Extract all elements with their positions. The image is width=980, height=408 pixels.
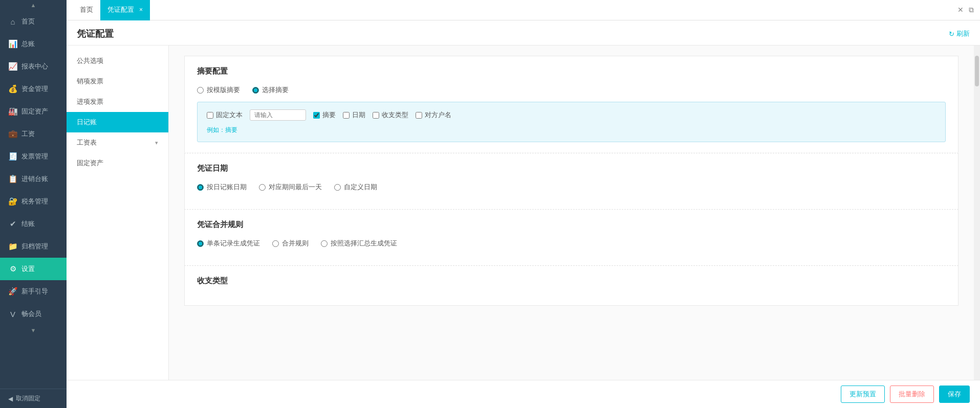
nav-item-purchase-invoice[interactable]: 进项发票 (67, 92, 168, 112)
chevron-down-icon: ▾ (155, 140, 158, 146)
checkbox-income-type[interactable]: 收支类型 (373, 110, 408, 120)
left-nav: 公共选项 销项发票 进项发票 日记账 工资表 ▾ 固定资产 (67, 46, 169, 380)
scrollbar-track[interactable] (974, 46, 980, 380)
summary-radio-group: 按模版摘要 选择摘要 (197, 85, 946, 95)
sidebar-item-invoice[interactable]: 🧾 发票管理 (0, 145, 67, 168)
sidebar: ▲ ⌂ 首页 📊 总账 📈 报表中心 💰 资金管理 🏭 固定资产 💼 工资 🧾 … (0, 0, 67, 408)
voucher-date-section-title: 凭证日期 (197, 164, 946, 173)
sidebar-item-archive[interactable]: 📁 归档管理 (0, 235, 67, 258)
summary-section-title: 摘要配置 (197, 66, 946, 76)
tab-voucher[interactable]: 凭证配置 × (100, 0, 150, 20)
tax-icon: 🔐 (8, 197, 17, 206)
sidebar-item-ledger[interactable]: 📊 总账 (0, 33, 67, 55)
radio-select-summary[interactable]: 选择摘要 (252, 85, 289, 95)
sidebar-scroll-down[interactable]: ▼ (0, 325, 67, 335)
section-merge-rule: 凭证合并规则 单条记录生成凭证 合并规则 (184, 209, 959, 265)
sidebar-item-checkout[interactable]: ✔ 结账 (0, 213, 67, 235)
radio-diary-date[interactable]: 按日记账日期 (197, 183, 247, 192)
checkbox-summary[interactable]: 摘要 (313, 110, 336, 120)
nav-item-diary[interactable]: 日记账 (67, 112, 168, 132)
nav-item-public[interactable]: 公共选项 (67, 51, 168, 71)
sidebar-item-home[interactable]: ⌂ 首页 (0, 10, 67, 33)
update-preview-button[interactable]: 更新预置 (841, 386, 885, 403)
page-title: 凭证配置 (77, 28, 114, 40)
summary-options-box: 固定文本 摘要 日期 (197, 102, 946, 142)
purchasesales-icon: 📋 (8, 174, 17, 184)
nav-item-fixed-assets[interactable]: 固定资产 (67, 153, 168, 173)
tab-home[interactable]: 首页 (73, 0, 100, 20)
summary-example: 例如：摘要 (207, 126, 936, 134)
sidebar-item-guide[interactable]: 🚀 新手引导 (0, 280, 67, 303)
radio-single-record[interactable]: 单条记录生成凭证 (197, 239, 260, 248)
funds-icon: 💰 (8, 84, 17, 94)
sidebar-item-assets[interactable]: 🏭 固定资产 (0, 100, 67, 123)
main-area: 首页 凭证配置 × ✕ ⧉ 凭证配置 ↻ 刷新 公共选项 (67, 0, 980, 408)
right-content: 摘要配置 按模版摘要 选择摘要 (169, 46, 974, 380)
radio-merge-rule[interactable]: 合并规则 (272, 239, 309, 248)
nav-item-payroll[interactable]: 工资表 ▾ (67, 132, 168, 153)
sidebar-unfix-button[interactable]: ◀ 取消固定 (0, 389, 67, 408)
refresh-icon: ↻ (949, 30, 954, 38)
reports-icon: 📈 (8, 62, 17, 71)
checkbox-counterpart-name[interactable]: 对方户名 (416, 110, 451, 120)
window-controls: ✕ ⧉ (957, 6, 974, 14)
voucher-date-radio-group: 按日记账日期 对应期间最后一天 自定义日期 (197, 183, 946, 192)
home-icon: ⌂ (8, 17, 17, 26)
body-layout: 公共选项 销项发票 进项发票 日记账 工资表 ▾ 固定资产 (67, 46, 980, 380)
radio-due-last-day[interactable]: 对应期间最后一天 (259, 183, 322, 192)
radio-custom-date[interactable]: 自定义日期 (334, 183, 377, 192)
checkout-icon: ✔ (8, 219, 17, 229)
sidebar-item-settings[interactable]: ⚙ 设置 (0, 258, 67, 280)
radio-select-total[interactable]: 按照选择汇总生成凭证 (321, 239, 397, 248)
member-icon: V (8, 310, 17, 319)
bottom-bar: 更新预置 批量删除 保存 (67, 380, 980, 408)
sidebar-item-funds[interactable]: 💰 资金管理 (0, 78, 67, 100)
content-area: 凭证配置 ↻ 刷新 公共选项 销项发票 进项发票 日记账 (67, 20, 980, 408)
section-income-type: 收支类型 (184, 265, 959, 306)
archive-icon: 📁 (8, 242, 17, 251)
settings-icon: ⚙ (8, 264, 17, 274)
sidebar-item-member[interactable]: V 畅会员 (0, 303, 67, 325)
sidebar-item-reports[interactable]: 📈 报表中心 (0, 55, 67, 78)
salary-icon: 💼 (8, 129, 17, 139)
section-voucher-date: 凭证日期 按日记账日期 对应期间最后一天 (184, 153, 959, 209)
refresh-button[interactable]: ↻ 刷新 (949, 29, 970, 38)
tab-bar: 首页 凭证配置 × ✕ ⧉ (67, 0, 980, 20)
window-close-icon[interactable]: ✕ (957, 6, 964, 14)
radio-template-summary[interactable]: 按模版摘要 (197, 85, 240, 95)
save-button[interactable]: 保存 (939, 386, 970, 403)
sidebar-item-salary[interactable]: 💼 工资 (0, 123, 67, 145)
scrollbar-thumb[interactable] (975, 56, 979, 86)
section-summary: 摘要配置 按模版摘要 选择摘要 (184, 56, 959, 152)
fixed-text-input[interactable] (250, 109, 306, 121)
page-header: 凭证配置 ↻ 刷新 (67, 20, 980, 46)
ledger-icon: 📊 (8, 39, 17, 49)
sidebar-item-tax[interactable]: 🔐 税务管理 (0, 190, 67, 213)
summary-options-row: 固定文本 摘要 日期 (207, 109, 936, 121)
merge-rule-section-title: 凭证合并规则 (197, 220, 946, 230)
invoice-icon: 🧾 (8, 152, 17, 161)
merge-rule-radio-group: 单条记录生成凭证 合并规则 按照选择汇总生成凭证 (197, 239, 946, 248)
window-restore-icon[interactable]: ⧉ (969, 6, 974, 14)
pin-icon: ◀ (8, 395, 13, 402)
nav-item-sales-invoice[interactable]: 销项发票 (67, 71, 168, 92)
income-type-section-title: 收支类型 (197, 276, 946, 286)
checkbox-fixed-text[interactable]: 固定文本 (207, 110, 243, 120)
sidebar-scroll-up[interactable]: ▲ (0, 0, 67, 10)
assets-icon: 🏭 (8, 107, 17, 116)
checkbox-date[interactable]: 日期 (343, 110, 365, 120)
tab-close-icon[interactable]: × (139, 6, 143, 13)
sidebar-item-purchasesales[interactable]: 📋 进销台账 (0, 168, 67, 190)
guide-icon: 🚀 (8, 287, 17, 296)
batch-delete-button[interactable]: 批量删除 (890, 386, 934, 403)
